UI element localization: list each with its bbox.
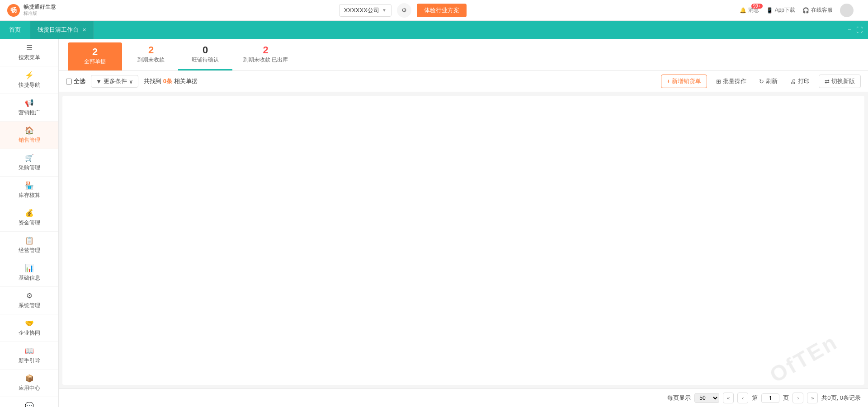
sidebar-label-system: 系统管理: [19, 302, 40, 309]
overdue-unpaid-count: 2: [148, 44, 154, 56]
filter-button[interactable]: ▼ 更多条件 ∨: [91, 75, 138, 88]
print-icon: 🖨: [790, 78, 796, 85]
overdue-unpaid-name: 到期未收款: [137, 56, 165, 64]
sidebar-item-sales[interactable]: 🏠 销售管理: [0, 122, 58, 149]
switch-label: 切换新版: [831, 77, 855, 85]
inventory-icon: 🏪: [25, 181, 34, 190]
last-page-button[interactable]: »: [807, 393, 818, 403]
status-tab-overdue-unshipped[interactable]: 2 到期未收款 已出库: [232, 39, 299, 70]
all-count: 2: [92, 46, 98, 58]
logo-icon: 畅: [7, 4, 20, 17]
sidebar-item-basic-info[interactable]: 📊 基础信息: [0, 259, 58, 287]
sidebar-label-guide: 新手引导: [19, 357, 40, 365]
tab-bar: 首页 钱货日清工作台 ✕ － ⛶: [0, 21, 868, 39]
switch-version-button[interactable]: ⇄ 切换新版: [819, 75, 861, 88]
toolbar-left: 全选 ▼ 更多条件 ∨ 共找到 0条 相关单据: [66, 75, 198, 88]
trial-button[interactable]: 体验行业方案: [417, 4, 467, 17]
refresh-icon: ↻: [759, 78, 764, 85]
batch-label: 批量操作: [723, 77, 746, 85]
sidebar-label-inventory: 库存核算: [19, 192, 40, 199]
batch-operation-button[interactable]: ⊞ 批量操作: [712, 75, 750, 87]
sidebar-item-system[interactable]: ⚙ 系统管理: [0, 287, 58, 314]
sidebar-item-app-center[interactable]: 📦 应用中心: [0, 370, 58, 397]
operations-icon: 📋: [25, 236, 34, 245]
app-center-icon: 📦: [25, 374, 34, 383]
top-header: 畅 畅捷通好生意 标准版 XXXXXX公司 ▼ ⚙ 体验行业方案 🔔 消息 99…: [0, 0, 868, 21]
tab-current[interactable]: 钱货日清工作台 ✕: [30, 21, 94, 39]
company-name: XXXXXX公司: [344, 6, 379, 14]
select-all-checkbox[interactable]: 全选: [66, 77, 85, 85]
overdue-unshipped-count: 2: [263, 44, 269, 56]
sidebar-item-purchase[interactable]: 🛒 采购管理: [0, 149, 58, 177]
sidebar-item-search-menu[interactable]: ☰ 搜索菜单: [0, 39, 58, 66]
sidebar-label-search: 搜索菜单: [19, 54, 40, 61]
sidebar-item-wechat[interactable]: 💬 企业微信: [0, 397, 58, 407]
total-records-text: 共0页, 0条记录: [821, 394, 861, 402]
found-suffix: 相关单据: [174, 78, 198, 84]
logo-text-group: 畅捷通好生意 标准版: [24, 4, 56, 17]
first-page-button[interactable]: «: [723, 393, 734, 403]
sidebar-item-inventory[interactable]: 🏪 库存核算: [0, 177, 58, 204]
refresh-label: 刷新: [766, 77, 778, 85]
sidebar-label-quicknav: 快捷导航: [19, 81, 40, 89]
guide-icon: 📖: [25, 346, 34, 355]
chevron-down-icon: ▼: [382, 8, 387, 13]
table-area: [62, 96, 864, 385]
refresh-button[interactable]: ↻ 刷新: [755, 75, 781, 87]
sidebar-label-marketing: 营销推广: [19, 109, 40, 117]
print-button[interactable]: 🖨 打印: [787, 75, 813, 87]
per-page-select[interactable]: 50 100 200: [694, 393, 719, 403]
sidebar-item-guide[interactable]: 📖 新手引导: [0, 342, 58, 370]
next-page-button[interactable]: ›: [793, 393, 803, 403]
app-download-button[interactable]: 📱 App下载: [766, 6, 795, 14]
search-menu-icon: ☰: [26, 43, 33, 52]
print-label: 打印: [798, 77, 810, 85]
marketing-icon: 📢: [25, 98, 34, 107]
sidebar-label-appcenter: 应用中心: [19, 384, 40, 392]
main-layout: ☰ 搜索菜单 ⚡ 快捷导航 📢 营销推广 🏠 销售管理 🛒 采购管理 🏪 库存核…: [0, 39, 868, 407]
sidebar-item-finance[interactable]: 💰 资金管理: [0, 204, 58, 232]
page-number-input[interactable]: [761, 393, 779, 403]
batch-icon: ⊞: [716, 78, 721, 85]
tab-bar-right: － ⛶: [846, 26, 868, 34]
wang-confirm-name: 旺铺待确认: [192, 56, 219, 64]
purchase-icon: 🛒: [25, 154, 34, 162]
prev-page-button[interactable]: ‹: [737, 393, 748, 403]
quick-nav-icon: ⚡: [25, 71, 34, 80]
enterprise-icon: 🤝: [25, 319, 34, 327]
system-icon: ⚙: [26, 291, 33, 300]
online-service-label: 在线客服: [811, 6, 833, 14]
online-service-button[interactable]: 🎧 在线客服: [802, 6, 833, 14]
tab-maximize-icon[interactable]: ⛶: [856, 26, 863, 33]
tab-close-icon[interactable]: ✕: [82, 27, 86, 33]
logo-title: 畅捷通好生意: [24, 4, 56, 11]
notification-button[interactable]: 🔔 消息 99+: [740, 6, 759, 14]
header-middle: XXXXXX公司 ▼ ⚙ 体验行业方案: [339, 3, 467, 18]
status-tab-wang-confirm[interactable]: 0 旺铺待确认: [178, 39, 232, 70]
toolbar-right: + 新增销货单 ⊞ 批量操作 ↻ 刷新 🖨 打印 ⇄ 切换新版: [661, 75, 861, 88]
sidebar-item-quick-nav[interactable]: ⚡ 快捷导航: [0, 66, 58, 94]
pagination: 每页显示 50 100 200 « ‹ 第 页 › » 共0页, 0条记录: [59, 388, 868, 407]
settings-button[interactable]: ⚙: [397, 3, 411, 18]
new-sale-button[interactable]: + 新增销货单: [661, 75, 707, 88]
select-all-input[interactable]: [66, 79, 72, 84]
status-tab-overdue-unpaid[interactable]: 2 到期未收款: [124, 39, 178, 70]
logo-area: 畅 畅捷通好生意 标准版: [7, 4, 66, 17]
sidebar-label-sales: 销售管理: [19, 136, 40, 144]
company-selector[interactable]: XXXXXX公司 ▼: [339, 4, 392, 17]
status-tabs: 2 全部单据 2 到期未收款 0 旺铺待确认 2 到期未收款 已出库: [59, 39, 868, 71]
sidebar-label-operations: 经营管理: [19, 247, 40, 254]
sidebar-item-operations[interactable]: 📋 经营管理: [0, 232, 58, 259]
tab-home[interactable]: 首页: [0, 21, 30, 39]
sidebar-item-enterprise[interactable]: 🤝 企业协同: [0, 314, 58, 342]
sidebar-item-marketing[interactable]: 📢 营销推广: [0, 94, 58, 122]
download-icon: 📱: [766, 7, 773, 14]
status-tab-all[interactable]: 2 全部单据: [68, 42, 122, 70]
sales-icon: 🏠: [25, 126, 34, 135]
finance-icon: 💰: [25, 209, 34, 217]
sidebar-label-enterprise: 企业协同: [19, 329, 40, 337]
per-page-label: 每页显示: [667, 394, 691, 402]
sidebar-label-basicinfo: 基础信息: [19, 274, 40, 282]
tab-minimize-icon[interactable]: －: [846, 26, 853, 34]
avatar[interactable]: [840, 4, 854, 17]
